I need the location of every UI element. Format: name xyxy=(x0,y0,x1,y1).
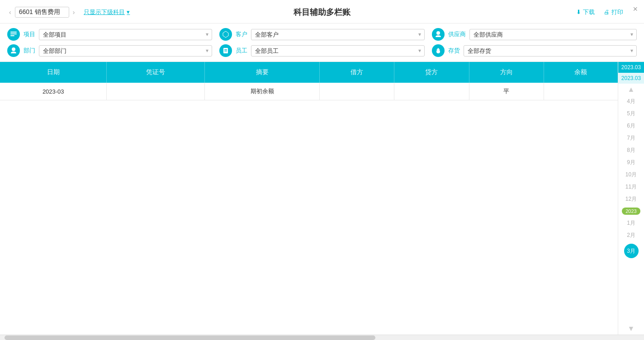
employee-select[interactable]: 全部员工 xyxy=(251,45,424,57)
ledger-table: 日期 凭证号 摘要 借方 贷方 方向 余额 2023-03 期初余额 xyxy=(0,62,618,100)
svg-rect-1 xyxy=(10,33,17,34)
cell-direction: 平 xyxy=(469,83,544,100)
show-sub-accounts[interactable]: 只显示下级科目 ▾ xyxy=(84,8,130,16)
col-date: 日期 xyxy=(0,62,107,83)
customer-icon xyxy=(219,28,232,41)
inventory-icon xyxy=(432,44,445,57)
table-header-row: 日期 凭证号 摘要 借方 贷方 方向 余额 xyxy=(0,62,618,83)
scrollbar-thumb[interactable] xyxy=(5,335,375,340)
header-actions: ⬇ 下载 🖨 打印 xyxy=(576,8,637,16)
timeline-scroll-up[interactable]: ▲ xyxy=(618,84,644,95)
timeline-month-3-active[interactable]: 3月 xyxy=(618,241,644,260)
filter-area: 项目 全部项目 客户 全部客户 xyxy=(0,24,644,62)
project-icon xyxy=(7,28,20,41)
timeline-month-9[interactable]: 9月 xyxy=(618,156,644,169)
inventory-select-wrapper: 全部存货 xyxy=(464,45,637,57)
timeline-month-12[interactable]: 12月 xyxy=(618,193,644,205)
cell-credit xyxy=(394,83,469,100)
filter-supplier: 供应商 全部供应商 xyxy=(432,28,637,41)
project-label: 项目 xyxy=(24,30,35,38)
cell-balance xyxy=(544,83,618,100)
employee-select-wrapper: 全部员工 xyxy=(251,45,424,57)
svg-point-4 xyxy=(12,47,15,51)
col-direction: 方向 xyxy=(469,62,544,83)
timeline-month-8[interactable]: 8月 xyxy=(618,144,644,156)
timeline-header-2[interactable]: 2023.03 xyxy=(618,73,644,84)
table-row: 2023-03 期初余额 平 xyxy=(0,83,618,100)
filter-employee: 员工 全部员工 xyxy=(219,44,424,57)
supplier-label: 供应商 xyxy=(448,30,466,38)
cell-voucher xyxy=(107,83,205,100)
col-debit: 借方 xyxy=(319,62,394,83)
filter-inventory: 存货 全部存货 xyxy=(432,44,637,57)
close-button[interactable]: × xyxy=(633,5,638,14)
account-code: 6601 销售费用 xyxy=(15,7,69,18)
timeline-month-7[interactable]: 7月 xyxy=(618,132,644,144)
nav-area: ‹ 6601 销售费用 › xyxy=(7,7,76,18)
customer-select-wrapper: 全部客户 xyxy=(251,29,424,40)
header: ‹ 6601 销售费用 › 只显示下级科目 ▾ 科目辅助多栏账 ⬇ 下载 🖨 打… xyxy=(0,0,644,24)
inventory-select[interactable]: 全部存货 xyxy=(464,45,637,57)
svg-point-3 xyxy=(436,31,440,35)
inventory-label: 存货 xyxy=(448,47,460,55)
horizontal-scrollbar[interactable] xyxy=(0,335,644,340)
timeline-header-1[interactable]: 2023.03 xyxy=(618,62,644,73)
filter-project: 项目 全部项目 xyxy=(7,28,212,41)
employee-icon xyxy=(219,44,232,57)
timeline-month-5[interactable]: 5月 xyxy=(618,108,644,120)
employee-label: 员工 xyxy=(236,47,247,55)
table-area: 日期 凭证号 摘要 借方 贷方 方向 余额 2023-03 期初余额 xyxy=(0,62,618,335)
timeline-scroll-down[interactable]: ▼ xyxy=(618,323,644,335)
svg-rect-2 xyxy=(10,35,14,36)
timeline-month-6[interactable]: 6月 xyxy=(618,120,644,132)
timeline-month-4[interactable]: 4月 xyxy=(618,95,644,108)
filter-row-1: 项目 全部项目 客户 全部客户 xyxy=(7,28,637,41)
page-title: 科目辅助多栏账 xyxy=(294,7,350,18)
col-summary: 摘要 xyxy=(205,62,320,83)
svg-rect-0 xyxy=(10,32,17,33)
col-credit: 贷方 xyxy=(394,62,469,83)
department-icon xyxy=(7,44,20,57)
cell-summary: 期初余额 xyxy=(205,83,320,100)
department-select-wrapper: 全部部门 xyxy=(39,45,212,57)
department-label: 部门 xyxy=(24,47,35,55)
prev-arrow[interactable]: ‹ xyxy=(7,8,13,17)
supplier-select[interactable]: 全部供应商 xyxy=(469,29,637,40)
timeline-month-2[interactable]: 2月 xyxy=(618,229,644,241)
supplier-select-wrapper: 全部供应商 xyxy=(469,29,637,40)
project-select-wrapper: 全部项目 xyxy=(39,29,212,40)
modal-container: × ‹ 6601 销售费用 › 只显示下级科目 ▾ 科目辅助多栏账 ⬇ 下载 🖨… xyxy=(0,0,644,340)
customer-label: 客户 xyxy=(236,30,247,38)
department-select[interactable]: 全部部门 xyxy=(39,45,212,57)
cell-debit xyxy=(319,83,394,100)
print-button[interactable]: 🖨 打印 xyxy=(604,8,623,16)
timeline-year-badge: 2023 xyxy=(618,205,644,217)
content-area: 日期 凭证号 摘要 借方 贷方 方向 余额 2023-03 期初余额 xyxy=(0,62,644,335)
svg-rect-7 xyxy=(224,51,227,52)
print-icon: 🖨 xyxy=(604,9,610,15)
cell-date: 2023-03 xyxy=(0,83,107,100)
filter-department: 部门 全部部门 xyxy=(7,44,212,57)
download-icon: ⬇ xyxy=(576,9,581,15)
svg-point-8 xyxy=(436,50,440,53)
customer-select[interactable]: 全部客户 xyxy=(251,29,424,40)
timeline-month-10[interactable]: 10月 xyxy=(618,169,644,181)
next-arrow[interactable]: › xyxy=(71,8,77,17)
project-select[interactable]: 全部项目 xyxy=(39,29,212,40)
timeline-sidebar: 2023.03 2023.03 ▲ 4月 5月 6月 7月 8月 xyxy=(618,62,644,335)
supplier-icon xyxy=(432,28,445,41)
col-voucher: 凭证号 xyxy=(107,62,205,83)
svg-rect-6 xyxy=(224,49,227,50)
timeline-month-1[interactable]: 1月 xyxy=(618,217,644,229)
col-balance: 余额 xyxy=(544,62,618,83)
download-button[interactable]: ⬇ 下载 xyxy=(576,8,595,16)
timeline-month-11[interactable]: 11月 xyxy=(618,181,644,193)
filter-customer: 客户 全部客户 xyxy=(219,28,424,41)
filter-row-2: 部门 全部部门 员工 全部员工 xyxy=(7,44,637,57)
